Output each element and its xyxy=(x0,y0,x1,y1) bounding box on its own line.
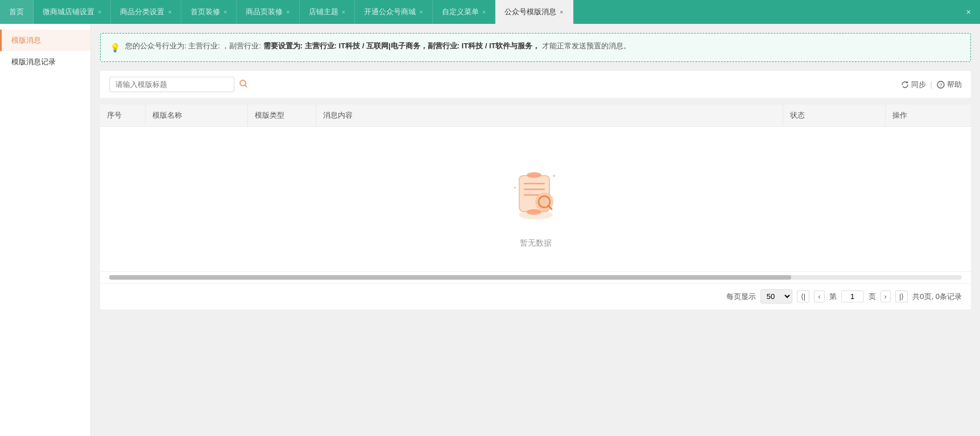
col-action: 操作 xyxy=(886,105,971,126)
notice-text: 您的公众号行业为: 主营行业: ，副营行业: 需要设置为: 主营行业: IT科技… xyxy=(125,40,631,52)
sidebar-item-template-log-label: 模版消息记录 xyxy=(11,57,56,66)
close-category-settings-icon[interactable]: × xyxy=(168,9,171,15)
sync-label: 同步 xyxy=(911,80,926,90)
svg-point-14 xyxy=(527,209,541,215)
tab-custom-menu-label: 自定义菜单 xyxy=(442,7,479,17)
close-template-msg-icon[interactable]: × xyxy=(560,9,563,15)
svg-point-13 xyxy=(527,172,541,178)
tab-custom-menu[interactable]: 自定义菜单 × xyxy=(433,0,495,24)
help-icon: ? xyxy=(937,81,945,89)
next-page-button[interactable]: › xyxy=(880,290,891,302)
close-all-button[interactable]: × xyxy=(957,7,980,16)
search-bar: 同步 | ? 帮助 xyxy=(100,71,971,98)
tab-template-msg[interactable]: 公众号模版消息 × xyxy=(495,0,573,24)
tab-category-settings-label: 商品分类设置 xyxy=(120,7,164,17)
tab-store-settings[interactable]: 微商城店铺设置 × xyxy=(34,0,111,24)
total-info: 共0页, 0条记录 xyxy=(912,292,962,302)
pagination: 每页显示 50 20 100 ⟨| ‹ 第 页 › |⟩ 共0页, 0条记录 xyxy=(100,283,971,309)
empty-illustration: ✦ ✦ xyxy=(502,161,570,229)
sync-icon xyxy=(901,81,909,89)
notice-banner: 💡 您的公众号行业为: 主营行业: ，副营行业: 需要设置为: 主营行业: IT… xyxy=(100,33,971,62)
tab-product-decor[interactable]: 商品页装修 × xyxy=(237,0,299,24)
scroll-thumb[interactable] xyxy=(109,275,791,280)
tab-homepage-decor-label: 首页装修 xyxy=(191,7,220,17)
page-size-label: 每页显示 xyxy=(726,292,756,302)
tab-store-theme[interactable]: 店铺主题 × xyxy=(300,0,355,24)
tab-product-decor-label: 商品页装修 xyxy=(246,7,283,17)
data-table: 序号 模版名称 模版类型 消息内容 状态 操作 xyxy=(100,105,971,309)
search-icon xyxy=(239,79,248,88)
close-product-decor-icon[interactable]: × xyxy=(286,9,290,15)
notice-prefix: 您的公众号行业为: 主营行业: ，副营行业: xyxy=(125,41,263,50)
help-button[interactable]: ? 帮助 xyxy=(937,80,962,90)
table-header: 序号 模版名称 模版类型 消息内容 状态 操作 xyxy=(100,105,971,127)
svg-text:✦: ✦ xyxy=(513,185,517,190)
close-custom-menu-icon[interactable]: × xyxy=(482,9,486,15)
page-size-select[interactable]: 50 20 100 xyxy=(760,289,792,304)
divider: | xyxy=(931,80,932,89)
search-right: 同步 | ? 帮助 xyxy=(901,80,962,90)
tab-template-msg-label: 公众号模版消息 xyxy=(505,7,556,17)
search-button[interactable] xyxy=(239,79,248,90)
svg-line-1 xyxy=(245,85,247,87)
horizontal-scrollbar[interactable] xyxy=(100,271,971,283)
close-open-mall-icon[interactable]: × xyxy=(419,9,423,15)
tab-homepage-decor[interactable]: 首页装修 × xyxy=(181,0,237,24)
tab-category-settings[interactable]: 商品分类设置 × xyxy=(111,0,181,24)
col-index: 序号 xyxy=(100,105,146,126)
col-status: 状态 xyxy=(783,105,886,126)
scroll-track[interactable] xyxy=(109,275,962,280)
prev-page-button[interactable]: ‹ xyxy=(814,290,824,302)
tab-store-theme-label: 店铺主题 xyxy=(309,7,338,17)
sidebar-item-template-msg-label: 模版消息 xyxy=(11,36,41,44)
page-number-input[interactable] xyxy=(841,290,864,302)
help-label: 帮助 xyxy=(947,80,962,90)
col-name: 模版名称 xyxy=(146,105,248,126)
last-page-button[interactable]: |⟩ xyxy=(895,290,908,302)
svg-text:✦: ✦ xyxy=(552,173,556,179)
sync-button[interactable]: 同步 xyxy=(901,80,926,90)
tab-open-mall[interactable]: 开通公众号商城 × xyxy=(355,0,432,24)
notice-highlight: 需要设置为: 主营行业: IT科技 / 互联网|电子商务，副营行业: IT科技 … xyxy=(263,41,540,50)
sidebar-item-template-log[interactable]: 模版消息记录 xyxy=(0,51,90,73)
tab-open-mall-label: 开通公众号商城 xyxy=(364,7,416,17)
page-label: 页 xyxy=(869,292,876,302)
close-store-settings-icon[interactable]: × xyxy=(98,9,101,15)
main-content: 💡 您的公众号行业为: 主营行业: ，副营行业: 需要设置为: 主营行业: IT… xyxy=(91,24,980,436)
col-content: 消息内容 xyxy=(316,105,783,126)
main-layout: 模版消息 模版消息记录 💡 您的公众号行业为: 主营行业: ，副营行业: 需要设… xyxy=(0,24,980,436)
svg-text:?: ? xyxy=(939,82,942,88)
tab-home-label: 首页 xyxy=(9,7,24,17)
search-input[interactable] xyxy=(109,77,234,92)
close-homepage-decor-icon[interactable]: × xyxy=(224,9,227,15)
close-store-theme-icon[interactable]: × xyxy=(342,9,345,15)
search-left xyxy=(109,77,248,92)
empty-state: ✦ ✦ 暂无数据 xyxy=(100,127,971,271)
notice-icon: 💡 xyxy=(110,41,121,55)
empty-text: 暂无数据 xyxy=(520,238,552,248)
sidebar: 模版消息 模版消息记录 xyxy=(0,24,91,436)
page-num-label: 第 xyxy=(829,292,837,302)
top-navigation: 首页 微商城店铺设置 × 商品分类设置 × 首页装修 × 商品页装修 × 店铺主… xyxy=(0,0,980,24)
col-type: 模版类型 xyxy=(248,105,316,126)
tab-home[interactable]: 首页 xyxy=(0,0,34,24)
first-page-button[interactable]: ⟨| xyxy=(797,290,809,302)
notice-suffix: 才能正常发送预置的消息。 xyxy=(542,41,631,50)
tab-store-settings-label: 微商城店铺设置 xyxy=(43,7,94,17)
sidebar-item-template-msg[interactable]: 模版消息 xyxy=(0,30,90,51)
